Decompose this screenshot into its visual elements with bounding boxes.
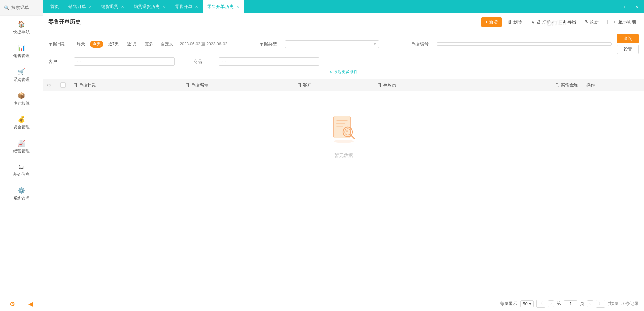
search-icon: 🔍	[4, 5, 9, 10]
date-filter: 昨天 今天 近7天 近1月 更多 自定义 2023-06-02 至 2023-0…	[74, 40, 227, 48]
tab-close-sales-order[interactable]: ✕	[89, 5, 92, 9]
sidebar-item-operations[interactable]: 📈经营管理	[0, 135, 43, 159]
select-all-checkbox[interactable]	[60, 82, 66, 88]
first-page-button[interactable]: 《	[536, 300, 545, 308]
customer-dots: ···	[77, 59, 82, 64]
tab-retail-open-history[interactable]: 零售开单历史✕	[203, 0, 244, 13]
data-table: ⚙ ⇅ 单据日期 ⇅ 单据编号	[43, 79, 644, 91]
table-header-row: ⚙ ⇅ 单据日期 ⇅ 单据编号	[43, 79, 644, 91]
minimize-button[interactable]: —	[609, 4, 619, 9]
tab-close-retail-open-history[interactable]: ✕	[236, 5, 239, 9]
sidebar-item-purchase[interactable]: 🛒采购管理	[0, 63, 43, 87]
sidebar-item-label: 采购管理	[13, 77, 30, 83]
page-content: OfTEn 零售开单历史 + 新增 🗑 删除 🖨 🖨 打印 ▾ ⬇ 导出 ↻ 刷…	[43, 13, 644, 311]
tab-retail-open[interactable]: 零售开单✕	[170, 0, 203, 13]
empty-icon	[327, 111, 360, 150]
date-last7[interactable]: 近7天	[105, 40, 122, 48]
tab-close-sales-return[interactable]: ✕	[121, 5, 124, 9]
sidebar-item-label: 系统管理	[13, 196, 30, 201]
sidebar: 🔍 搜索采单 🏠快捷导航📊销售管理🛒采购管理📦库存核算💰资金管理📈经营管理🗂基础…	[0, 0, 43, 311]
col-date: ⇅ 单据日期	[70, 79, 182, 91]
collapse-filter-button[interactable]: ∧ 收起更多条件	[48, 69, 639, 75]
order-type-arrow-icon: ▾	[374, 42, 376, 46]
sidebar-item-sales[interactable]: 📊销售管理	[0, 40, 43, 63]
goods-input[interactable]: ···	[219, 57, 319, 66]
last-page-button[interactable]: 》	[596, 300, 605, 308]
print-button[interactable]: 🖨 🖨 打印 ▾	[528, 18, 557, 27]
sidebar-item-quick-nav[interactable]: 🏠快捷导航	[0, 16, 43, 40]
date-yesterday[interactable]: 昨天	[74, 40, 88, 48]
goods-dots: ···	[222, 59, 227, 64]
collapse-sidebar-icon[interactable]: ◀	[28, 300, 33, 308]
tab-sales-order[interactable]: 销售订单✕	[64, 0, 96, 13]
settings-col: ⚙	[43, 79, 56, 91]
sidebar-purchase-icon: 🛒	[18, 68, 25, 75]
sidebar-inventory-icon: 📦	[18, 92, 25, 99]
sidebar-system-icon: ⚙️	[18, 187, 25, 194]
per-page-arrow-icon: ▾	[529, 301, 531, 306]
sidebar-item-label: 销售管理	[13, 53, 30, 59]
page-number-input[interactable]	[564, 300, 577, 307]
table-area: ⚙ ⇅ 单据日期 ⇅ 单据编号	[43, 79, 644, 296]
page-header: 零售开单历史 + 新增 🗑 删除 🖨 🖨 打印 ▾ ⬇ 导出 ↻ 刷新 □ 显示…	[43, 13, 644, 30]
settings-filter-button[interactable]: 设置	[617, 45, 639, 54]
sidebar-item-inventory[interactable]: 📦库存核算	[0, 87, 43, 111]
checkbox-icon	[607, 20, 612, 24]
date-today[interactable]: 今天	[90, 41, 103, 48]
per-page-select[interactable]: 50 ▾	[520, 300, 533, 307]
sidebar-item-finance[interactable]: 💰资金管理	[0, 111, 43, 135]
page-title: 零售开单历史	[48, 19, 81, 26]
query-button[interactable]: 查询	[617, 34, 639, 43]
restore-button[interactable]: □	[622, 4, 630, 9]
refresh-button[interactable]: ↻ 刷新	[582, 18, 601, 27]
add-button[interactable]: + 新增	[481, 17, 502, 27]
sidebar-sales-icon: 📊	[18, 44, 25, 52]
col-amount: ⇅ 实销金额	[470, 79, 582, 91]
date-label: 单据日期	[48, 41, 68, 47]
settings-icon[interactable]: ⚙	[10, 300, 15, 308]
print-label: 🖨 打印	[537, 19, 551, 25]
tab-label: 首页	[50, 4, 59, 10]
date-range-display: 2023-06-02 至 2023-06-02	[180, 41, 227, 47]
sidebar-quick-nav-icon: 🏠	[18, 20, 25, 28]
date-more[interactable]: 更多	[142, 40, 156, 48]
tab-label: 销货退货历史	[134, 4, 160, 10]
display-detail-button[interactable]: □ 显示明细	[605, 18, 639, 27]
col-action: 操作	[582, 79, 644, 91]
delete-button[interactable]: 🗑 删除	[505, 18, 525, 27]
sidebar-bottom: ⚙ ◀	[0, 297, 43, 311]
print-icon: 🖨	[531, 20, 535, 25]
empty-text: 暂无数据	[334, 153, 353, 159]
export-button[interactable]: ⬇ 导出	[560, 18, 579, 27]
order-no-input[interactable]	[437, 42, 612, 46]
close-button[interactable]: ✕	[632, 4, 641, 9]
date-last-month[interactable]: 近1月	[124, 40, 140, 48]
tab-close-retail-open[interactable]: ✕	[195, 5, 198, 9]
table-settings-icon[interactable]: ⚙	[47, 83, 51, 88]
next-page-button[interactable]: ›	[587, 300, 593, 307]
col-guide: ⇅ 导购员	[374, 79, 470, 91]
window-controls: — □ ✕	[609, 4, 641, 9]
customer-input[interactable]: ···	[74, 57, 175, 66]
tab-home[interactable]: 首页	[46, 0, 64, 13]
sidebar-item-basic[interactable]: 🗂基础信息	[0, 159, 43, 182]
tab-bar: 首页销售订单✕销货退货✕销货退货历史✕零售开单✕零售开单历史✕ — □ ✕	[43, 0, 644, 13]
svg-point-8	[346, 130, 348, 132]
order-type-select[interactable]: ▾	[285, 40, 379, 48]
tab-sales-return-history[interactable]: 销货退货历史✕	[129, 0, 170, 13]
tab-sales-return[interactable]: 销货退货✕	[96, 0, 129, 13]
svg-line-7	[351, 135, 354, 139]
prev-page-button[interactable]: ‹	[548, 300, 554, 307]
sidebar-item-system[interactable]: ⚙️系统管理	[0, 182, 43, 206]
filter-area: 单据日期 昨天 今天 近7天 近1月 更多 自定义 2023-06-02 至 2…	[43, 30, 644, 79]
order-no-label: 单据编号	[411, 41, 431, 47]
sidebar-operations-icon: 📈	[18, 140, 25, 147]
sidebar-search-label: 搜索采单	[11, 5, 29, 11]
tab-close-sales-return-history[interactable]: ✕	[162, 5, 165, 9]
date-custom[interactable]: 自定义	[158, 40, 176, 48]
sidebar-search[interactable]: 🔍 搜索采单	[0, 0, 43, 16]
page-label: 第	[557, 301, 561, 307]
sidebar-item-label: 资金管理	[13, 124, 30, 130]
filter-row-1: 单据日期 昨天 今天 近7天 近1月 更多 自定义 2023-06-02 至 2…	[48, 34, 639, 54]
svg-rect-4	[336, 126, 343, 127]
